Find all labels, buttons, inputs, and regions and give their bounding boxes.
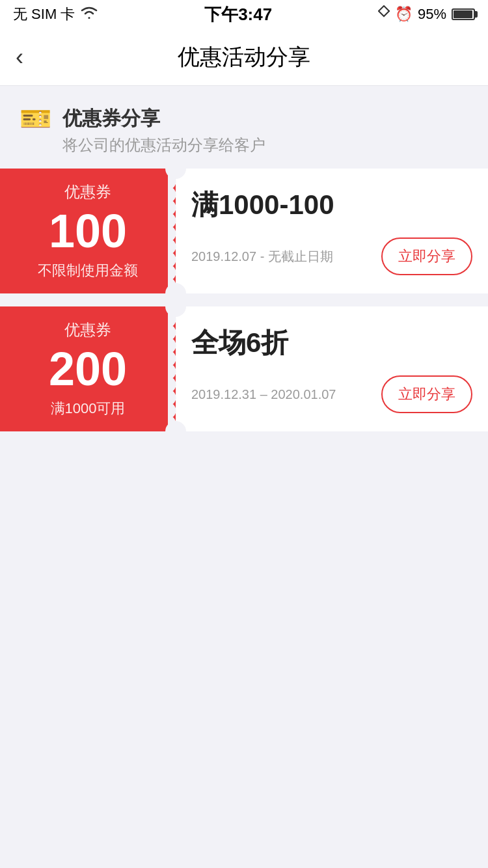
coupon-list: 优惠券 100 不限制使用金额 满1000-100 2019.12.07 - 无… bbox=[0, 169, 488, 464]
status-right: ⏰ 95% bbox=[378, 5, 475, 23]
coupon-amount-1: 200 bbox=[49, 346, 127, 392]
carrier-text: 无 SIM 卡 bbox=[13, 5, 75, 24]
location-icon bbox=[378, 5, 390, 23]
battery-percent: 95% bbox=[418, 6, 446, 23]
status-bar: 无 SIM 卡 下午3:47 ⏰ 95% bbox=[0, 0, 488, 29]
coupon-amount-0: 100 bbox=[49, 208, 127, 254]
nav-title: 优惠活动分享 bbox=[178, 42, 310, 72]
coupon-meta-1: 2019.12.31 – 2020.01.07 立即分享 bbox=[191, 375, 472, 413]
coupon-card: 优惠券 100 不限制使用金额 满1000-100 2019.12.07 - 无… bbox=[0, 169, 488, 293]
coupon-right-1: 全场6折 2019.12.31 – 2020.01.07 立即分享 bbox=[176, 306, 488, 431]
coupon-name-1: 全场6折 bbox=[191, 325, 472, 361]
status-time: 下午3:47 bbox=[204, 3, 272, 26]
wifi-icon bbox=[80, 5, 98, 23]
back-button[interactable]: ‹ bbox=[16, 46, 23, 69]
coupon-left-0: 优惠券 100 不限制使用金额 bbox=[0, 169, 176, 293]
coupon-condition-1: 满1000可用 bbox=[51, 399, 126, 418]
notch-bottom-0 bbox=[165, 283, 186, 293]
coupon-card: 优惠券 200 满1000可用 全场6折 2019.12.31 – 2020.0… bbox=[0, 306, 488, 431]
battery-icon bbox=[452, 8, 475, 20]
coupon-meta-0: 2019.12.07 - 无截止日期 立即分享 bbox=[191, 237, 472, 275]
coupon-name-0: 满1000-100 bbox=[191, 187, 472, 223]
notch-top-1 bbox=[165, 306, 186, 317]
notch-top-0 bbox=[165, 169, 186, 179]
nav-bar: ‹ 优惠活动分享 bbox=[0, 29, 488, 86]
share-button-1[interactable]: 立即分享 bbox=[381, 375, 472, 413]
section-title: 优惠券分享 bbox=[62, 105, 265, 131]
coupon-condition-0: 不限制使用金额 bbox=[38, 261, 138, 280]
coupon-date-0: 2019.12.07 - 无截止日期 bbox=[191, 248, 333, 265]
coupon-type-0: 优惠券 bbox=[64, 182, 111, 202]
section-icon: 🎫 bbox=[20, 105, 52, 131]
empty-area bbox=[0, 464, 488, 789]
coupon-left-1: 优惠券 200 满1000可用 bbox=[0, 306, 176, 431]
notch-bottom-1 bbox=[165, 421, 186, 431]
section-header: 🎫 优惠券分享 将公司的优惠活动分享给客户 bbox=[0, 86, 488, 169]
coupon-type-1: 优惠券 bbox=[64, 319, 111, 340]
section-text-group: 优惠券分享 将公司的优惠活动分享给客户 bbox=[62, 105, 265, 156]
section-subtitle: 将公司的优惠活动分享给客户 bbox=[62, 135, 265, 156]
coupon-date-1: 2019.12.31 – 2020.01.07 bbox=[191, 387, 336, 402]
coupon-right-0: 满1000-100 2019.12.07 - 无截止日期 立即分享 bbox=[176, 169, 488, 293]
share-button-0[interactable]: 立即分享 bbox=[381, 237, 472, 275]
status-left: 无 SIM 卡 bbox=[13, 5, 98, 24]
alarm-icon: ⏰ bbox=[395, 6, 413, 23]
